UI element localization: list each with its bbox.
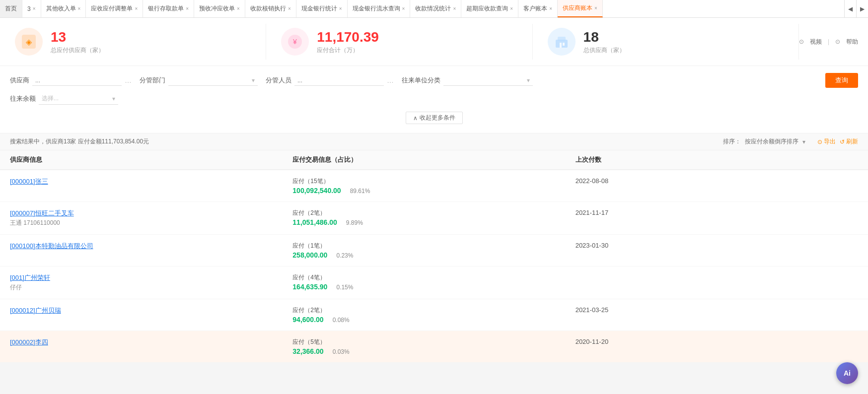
supplier-info-col: [001]广州荣轩 仔仔 bbox=[10, 273, 292, 292]
summary-card-payable-total: ¥ 11,170.39 应付合计（万） bbox=[266, 24, 532, 60]
nav-tab-prepay-close[interactable]: × bbox=[237, 6, 240, 11]
filter-area: 供应商 … 分管部门 ▾ 分管人员 … 往来单位分类 ▾ 查询 bbox=[0, 66, 868, 133]
summary-label-3: 总供应商（家） bbox=[583, 46, 625, 55]
filter-row-2: 往来余额 选择... ▾ bbox=[10, 93, 858, 105]
nav-tab-prepay[interactable]: 预收冲应收单 × bbox=[194, 0, 245, 17]
last-pay-date: 2023-01-30 bbox=[576, 242, 609, 249]
supplier-name-link[interactable]: [001]广州荣轩 bbox=[10, 274, 50, 281]
sort-label: 排序： bbox=[723, 137, 741, 146]
trans-amount: 258,000.00 bbox=[292, 251, 327, 259]
trans-amount: 164,635.90 bbox=[292, 283, 327, 291]
trans-amount: 100,092,540.00 bbox=[292, 187, 341, 195]
summary-label-1: 总应付供应商（家） bbox=[51, 46, 104, 55]
search-button[interactable]: 查询 bbox=[825, 73, 858, 88]
nav-tab-cash-query[interactable]: 现金银行流水查询 × bbox=[348, 0, 411, 17]
summary-number-3: 18 bbox=[583, 29, 625, 46]
supplier-sub: 王通 17106110000 bbox=[10, 219, 292, 227]
supplier-name-link[interactable]: [000007]恒旺二手叉车 bbox=[10, 209, 74, 217]
summary-number-1: 13 bbox=[51, 29, 104, 46]
nav-tab-receipt[interactable]: 收款核销执行 × bbox=[245, 0, 296, 17]
svg-rect-6 bbox=[560, 43, 562, 48]
nav-tab-overdue[interactable]: 超期应收款查询 × bbox=[461, 0, 518, 17]
col-last-pay: 上次付数 bbox=[576, 155, 858, 164]
category-select[interactable]: ▾ bbox=[443, 75, 533, 86]
trans-amount: 32,366.00 bbox=[292, 347, 323, 355]
nav-tab-collect-stat-close[interactable]: × bbox=[453, 6, 456, 11]
nav-tab-receipt-close[interactable]: × bbox=[288, 6, 291, 11]
nav-tab-collect-stat[interactable]: 收款情况统计 × bbox=[410, 0, 461, 17]
table-row: [000007]恒旺二手叉车 王通 17106110000 应付（2笔） 11,… bbox=[0, 202, 868, 235]
trans-amount-row: 164,635.90 0.15% bbox=[292, 282, 575, 291]
balance-select[interactable]: 选择... ▾ bbox=[39, 93, 118, 105]
svg-rect-5 bbox=[558, 37, 566, 41]
nav-tab-bank[interactable]: 银行存取款单 × bbox=[143, 0, 194, 17]
supplier-input[interactable] bbox=[32, 75, 122, 86]
nav-tab-other-income-close[interactable]: × bbox=[78, 6, 81, 11]
svg-rect-7 bbox=[563, 43, 565, 46]
balance-label: 往来余额 bbox=[10, 94, 36, 103]
trans-amount-row: 258,000.00 0.23% bbox=[292, 250, 575, 259]
category-label: 往来单位分类 bbox=[402, 76, 440, 85]
supplier-name-link[interactable]: [000002]李四 bbox=[10, 338, 48, 346]
nav-tab-overdue-label: 超期应收款查询 bbox=[466, 4, 508, 13]
trans-amount: 94,600.00 bbox=[292, 316, 323, 324]
svg-text:¥: ¥ bbox=[292, 38, 297, 46]
nav-tab-bank-label: 银行存取款单 bbox=[148, 4, 184, 13]
nav-tab-adjust[interactable]: 应收应付调整单 × bbox=[86, 0, 143, 17]
summary-icon-1: ◈ bbox=[15, 28, 43, 56]
collapse-button-label: 收起更多条件 bbox=[420, 114, 455, 122]
nav-right-arrow[interactable]: ▶ bbox=[856, 0, 868, 18]
nav-tab-customer-book[interactable]: 客户账本 × bbox=[518, 0, 558, 17]
supplier-more-icon[interactable]: … bbox=[125, 76, 132, 84]
nav-tab-adjust-close[interactable]: × bbox=[135, 6, 138, 11]
sort-select[interactable]: 按应付余额倒序排序 bbox=[745, 137, 798, 146]
top-navigation: 首页 3 × 其他收入单 × 应收应付调整单 × 银行存取款单 × 预收冲应收单… bbox=[0, 0, 868, 18]
nav-tab-3-close[interactable]: × bbox=[33, 6, 36, 11]
summary-label-2: 应付合计（万） bbox=[317, 46, 379, 55]
video-link[interactable]: 视频 bbox=[810, 38, 822, 46]
person-more-icon[interactable]: … bbox=[387, 76, 394, 84]
summary-number-2: 11,170.39 bbox=[317, 29, 379, 46]
table-row: [000100]本特勤油品有限公司 应付（1笔） 258,000.00 0.23… bbox=[0, 235, 868, 266]
nav-tab-other-income[interactable]: 其他收入单 × bbox=[41, 0, 86, 17]
nav-tab-customer-book-label: 客户账本 bbox=[523, 4, 547, 13]
nav-tab-adjust-label: 应收应付调整单 bbox=[91, 4, 133, 13]
dept-select[interactable]: ▾ bbox=[168, 75, 258, 86]
nav-tab-overdue-close[interactable]: × bbox=[510, 6, 513, 11]
trans-percent: 0.03% bbox=[333, 348, 350, 355]
export-label: 导出 bbox=[824, 137, 836, 146]
nav-tab-home[interactable]: 首页 bbox=[0, 0, 22, 17]
supplier-name-link[interactable]: [000100]本特勤油品有限公司 bbox=[10, 242, 93, 250]
nav-tab-cash-query-label: 现金银行流水查询 bbox=[353, 4, 400, 13]
help-link[interactable]: 帮助 bbox=[846, 38, 858, 46]
summary-card-suppliers-payable: ◈ 13 总应付供应商（家） bbox=[0, 24, 266, 60]
trans-label: 应付（4笔） bbox=[292, 273, 575, 282]
supplier-sub: 仔仔 bbox=[10, 283, 292, 292]
last-pay-date: 2021-11-17 bbox=[576, 209, 609, 216]
refresh-button[interactable]: ↺ 刷新 bbox=[840, 137, 858, 146]
export-icon: ⊙ bbox=[817, 138, 822, 145]
trans-amount-row: 100,092,540.00 89.61% bbox=[292, 186, 575, 195]
supplier-name-link[interactable]: [000012]广州贝瑞 bbox=[10, 307, 61, 314]
nav-tab-cash-stat-close[interactable]: × bbox=[339, 6, 342, 11]
nav-tab-supplier-book-close[interactable]: × bbox=[594, 5, 597, 11]
nav-tab-supplier-book[interactable]: 供应商账本 × bbox=[558, 0, 603, 17]
nav-tab-cash-query-close[interactable]: × bbox=[402, 6, 405, 11]
nav-left-arrow[interactable]: ◀ bbox=[844, 0, 856, 18]
last-pay-col: 2021-03-25 bbox=[576, 306, 858, 314]
nav-tab-3[interactable]: 3 × bbox=[22, 0, 41, 17]
person-input[interactable] bbox=[294, 75, 384, 86]
nav-tab-bank-close[interactable]: × bbox=[186, 6, 189, 11]
trans-label: 应付（15笔） bbox=[292, 177, 575, 186]
supplier-name-link[interactable]: [000001]张三 bbox=[10, 178, 48, 185]
trans-info-col: 应付（4笔） 164,635.90 0.15% bbox=[292, 273, 575, 291]
nav-tab-customer-book-close[interactable]: × bbox=[549, 6, 552, 11]
nav-tab-cash-stat[interactable]: 现金银行统计 × bbox=[296, 0, 348, 17]
filter-supplier: 供应商 … bbox=[10, 75, 132, 86]
collapse-button[interactable]: ∧ 收起更多条件 bbox=[406, 112, 463, 124]
last-pay-date: 2020-11-20 bbox=[576, 338, 609, 345]
table-header: 供应商信息 应付交易信息（占比） 上次付数 bbox=[0, 150, 868, 170]
trans-info-col: 应付（2笔） 94,600.00 0.08% bbox=[292, 306, 575, 324]
col-trans-info: 应付交易信息（占比） bbox=[292, 155, 575, 164]
export-button[interactable]: ⊙ 导出 bbox=[817, 137, 836, 146]
